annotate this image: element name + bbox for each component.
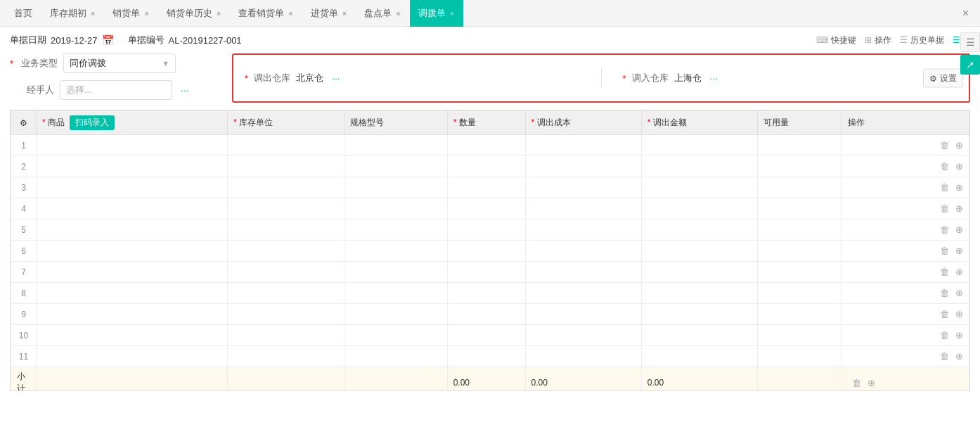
row-available-5[interactable] [757, 219, 842, 241]
copy-icon-1[interactable]: ⊕ [955, 140, 963, 151]
tab-inventory-init[interactable]: 库存期初 × [41, 0, 104, 27]
row-spec-1[interactable] [344, 135, 447, 156]
copy-icon-9[interactable]: ⊕ [955, 309, 963, 319]
row-available-9[interactable] [757, 304, 842, 325]
copy-icon-10[interactable]: ⊕ [955, 330, 963, 340]
row-cost-2[interactable] [525, 156, 641, 177]
row-amount-7[interactable] [641, 262, 757, 283]
row-spec-5[interactable] [344, 219, 447, 241]
tab-inventory-init-close[interactable]: × [91, 9, 95, 18]
row-amount-6[interactable] [641, 241, 757, 262]
row-quantity-7[interactable] [447, 262, 525, 283]
operations-button[interactable]: ⊞ 操作 [865, 34, 891, 46]
delete-icon-10[interactable]: 🗑 [940, 330, 949, 340]
row-spec-6[interactable] [344, 241, 447, 262]
delete-icon-7[interactable]: 🗑 [940, 267, 949, 277]
row-available-3[interactable] [757, 177, 842, 198]
row-spec-10[interactable] [344, 325, 447, 346]
row-quantity-1[interactable] [447, 135, 525, 156]
row-available-10[interactable] [757, 325, 842, 346]
row-product-10[interactable] [37, 325, 228, 346]
row-quantity-4[interactable] [447, 198, 525, 219]
row-cost-6[interactable] [525, 241, 641, 262]
col-gear[interactable]: ⚙ [11, 111, 37, 135]
layout-list-button[interactable]: ☰ [953, 35, 960, 45]
row-product-4[interactable] [37, 198, 228, 219]
row-available-1[interactable] [757, 135, 842, 156]
row-available-2[interactable] [757, 156, 842, 177]
tab-sales-order[interactable]: 销货单 × [104, 0, 157, 27]
row-cost-10[interactable] [525, 325, 641, 346]
row-amount-4[interactable] [641, 198, 757, 219]
setting-button[interactable]: ⚙ 设置 [923, 69, 963, 88]
row-cost-9[interactable] [525, 304, 641, 325]
row-spec-3[interactable] [344, 177, 447, 198]
row-amount-10[interactable] [641, 325, 757, 346]
tab-transfer-order[interactable]: 调拨单 × [410, 0, 463, 27]
tab-sales-order-close[interactable]: × [144, 9, 148, 18]
calendar-icon[interactable]: 📅 [102, 34, 114, 46]
copy-icon-8[interactable]: ⊕ [955, 288, 963, 298]
row-cost-11[interactable] [525, 346, 641, 367]
row-available-11[interactable] [757, 346, 842, 367]
row-quantity-3[interactable] [447, 177, 525, 198]
row-available-4[interactable] [757, 198, 842, 219]
row-quantity-2[interactable] [447, 156, 525, 177]
copy-icon-11[interactable]: ⊕ [955, 351, 963, 362]
tab-view-sales[interactable]: 查看销货单 × [230, 0, 302, 27]
row-unit-3[interactable] [228, 177, 344, 198]
subtotal-delete-icon[interactable]: 🗑 [852, 378, 861, 388]
row-quantity-10[interactable] [447, 325, 525, 346]
row-unit-5[interactable] [228, 219, 344, 241]
row-product-6[interactable] [37, 241, 228, 262]
copy-icon-3[interactable]: ⊕ [955, 182, 963, 193]
row-product-1[interactable] [37, 135, 228, 156]
tab-purchase-order-close[interactable]: × [342, 9, 347, 18]
row-cost-4[interactable] [525, 198, 641, 219]
tab-sales-history[interactable]: 销货单历史 × [158, 0, 230, 27]
copy-icon-7[interactable]: ⊕ [955, 267, 963, 277]
delete-icon-2[interactable]: 🗑 [940, 161, 949, 172]
copy-icon-2[interactable]: ⊕ [955, 161, 963, 172]
handler-select[interactable]: 选择... [60, 80, 172, 100]
row-cost-7[interactable] [525, 262, 641, 283]
row-spec-4[interactable] [344, 198, 447, 219]
row-quantity-6[interactable] [447, 241, 525, 262]
row-amount-3[interactable] [641, 177, 757, 198]
tab-inventory-check-close[interactable]: × [396, 9, 400, 18]
row-amount-5[interactable] [641, 219, 757, 241]
tab-view-sales-close[interactable]: × [288, 9, 292, 18]
copy-icon-5[interactable]: ⊕ [955, 224, 963, 235]
row-amount-11[interactable] [641, 346, 757, 367]
row-amount-2[interactable] [641, 156, 757, 177]
row-quantity-11[interactable] [447, 346, 525, 367]
row-product-11[interactable] [37, 346, 228, 367]
row-unit-9[interactable] [228, 304, 344, 325]
delete-icon-3[interactable]: 🗑 [940, 182, 949, 193]
row-product-8[interactable] [37, 283, 228, 304]
delete-icon-1[interactable]: 🗑 [940, 140, 949, 151]
warehouse-out-more-button[interactable]: ··· [332, 72, 340, 84]
tab-transfer-order-close[interactable]: × [450, 9, 454, 18]
row-amount-1[interactable] [641, 135, 757, 156]
business-type-select[interactable]: 同价调拨 ▼ [63, 53, 176, 73]
row-product-5[interactable] [37, 219, 228, 241]
tab-sales-history-close[interactable]: × [217, 9, 221, 18]
row-product-3[interactable] [37, 177, 228, 198]
row-unit-8[interactable] [228, 283, 344, 304]
delete-icon-11[interactable]: 🗑 [940, 351, 949, 362]
row-product-9[interactable] [37, 304, 228, 325]
tab-inventory-check[interactable]: 盘点单 × [356, 0, 409, 27]
right-panel-expand-icon[interactable]: ↗ [960, 55, 980, 75]
row-amount-9[interactable] [641, 304, 757, 325]
row-spec-7[interactable] [344, 262, 447, 283]
row-unit-4[interactable] [228, 198, 344, 219]
delete-icon-5[interactable]: 🗑 [940, 224, 949, 235]
delete-icon-4[interactable]: 🗑 [940, 203, 949, 214]
row-quantity-5[interactable] [447, 219, 525, 241]
tab-purchase-order[interactable]: 进货单 × [302, 0, 356, 27]
row-spec-8[interactable] [344, 283, 447, 304]
shortcuts-button[interactable]: ⌨ 快捷键 [816, 34, 856, 46]
handler-more-button[interactable]: ··· [181, 84, 189, 96]
row-cost-8[interactable] [525, 283, 641, 304]
